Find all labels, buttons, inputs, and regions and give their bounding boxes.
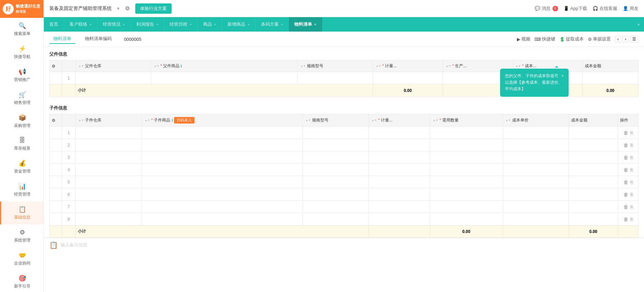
child-row3-spec[interactable]	[302, 151, 369, 164]
sidebar-item-collab[interactable]: 🤝 企业协同	[0, 247, 44, 270]
copy-icon[interactable]: ⎘	[630, 167, 633, 173]
child-row8-goods[interactable]	[142, 213, 303, 225]
delete-icon[interactable]: 🗑	[623, 130, 628, 136]
child-row2-goods[interactable]	[142, 139, 303, 151]
child-row1-goods[interactable]	[142, 127, 303, 139]
tab-history-close[interactable]: ×	[189, 22, 191, 26]
delete-icon[interactable]: 🗑	[623, 167, 628, 173]
child-row8-warehouse[interactable]	[76, 213, 142, 225]
child-row3-qty[interactable]	[430, 151, 503, 164]
next-page-button[interactable]: ›	[622, 36, 629, 43]
settings-icon[interactable]: ⚙	[125, 5, 130, 12]
dropdown-arrow-icon[interactable]: ▾	[117, 6, 120, 11]
user-avatar[interactable]: 👤 用友	[623, 5, 639, 12]
sidebar-item-marketing[interactable]: 📢 营销推广	[0, 64, 44, 87]
child-row5-warehouse[interactable]	[76, 176, 142, 188]
child-row6-cost-price[interactable]	[503, 188, 569, 201]
child-row4-goods[interactable]	[142, 164, 303, 176]
delete-icon[interactable]: 🗑	[623, 142, 628, 148]
tab-bom-close[interactable]: ×	[314, 22, 316, 26]
delete-icon[interactable]: 🗑	[623, 192, 628, 197]
copy-icon[interactable]: ⎘	[630, 142, 633, 148]
child-row3-unit[interactable]	[369, 151, 430, 164]
tab-bom[interactable]: 物料清单 ×	[289, 17, 322, 32]
child-row4-unit[interactable]	[369, 164, 430, 176]
sub-tab-bom[interactable]: 物料清单	[49, 34, 75, 44]
delete-icon[interactable]: 🗑	[623, 204, 628, 210]
child-row7-spec[interactable]	[302, 201, 369, 213]
sub-tab-bom-code[interactable]: 物料清单编码	[81, 34, 116, 44]
child-row2-warehouse[interactable]	[76, 139, 142, 151]
child-row7-cost-price[interactable]	[503, 201, 569, 213]
online-support-button[interactable]: 🎧 在线客服	[593, 5, 617, 12]
child-row4-qty[interactable]	[430, 164, 503, 176]
child-row5-cost-price[interactable]	[503, 176, 569, 188]
tab-profit-close[interactable]: ×	[156, 22, 158, 26]
tab-operations-close[interactable]: ×	[123, 22, 125, 26]
child-row1-cost-price[interactable]	[503, 127, 569, 139]
parent-row1-warehouse[interactable]	[76, 72, 151, 84]
child-row2-spec[interactable]	[302, 139, 369, 151]
sidebar-item-quicknav[interactable]: ⚡ 快捷导航	[0, 41, 44, 64]
trial-button[interactable]: 体验行业方案	[135, 3, 172, 14]
delete-icon[interactable]: 🗑	[623, 155, 628, 160]
child-row6-warehouse[interactable]	[76, 188, 142, 201]
child-row8-qty[interactable]	[430, 213, 503, 225]
child-row4-cost-price[interactable]	[503, 164, 569, 176]
child-row7-unit[interactable]	[369, 201, 430, 213]
delete-icon[interactable]: 🗑	[623, 217, 628, 222]
tab-operations[interactable]: 经营情况 ×	[97, 17, 131, 32]
tab-newgoods[interactable]: 新增商品 ×	[222, 17, 255, 32]
tab-customers[interactable]: 客户联络 ×	[64, 17, 97, 32]
single-settings-button[interactable]: ⚙ 单据设置	[588, 36, 611, 42]
child-row3-warehouse[interactable]	[76, 151, 142, 164]
tab-newgoods-close[interactable]: ×	[247, 22, 249, 26]
scan-input-button[interactable]: 扫码录入	[174, 117, 195, 124]
sidebar-item-guide[interactable]: 🎯 新手引导	[0, 270, 44, 292]
child-row2-qty[interactable]	[430, 139, 503, 151]
child-row3-goods[interactable]	[142, 151, 303, 164]
sidebar-item-operations[interactable]: 📊 经营管理	[0, 178, 44, 201]
copy-icon[interactable]: ⎘	[630, 217, 633, 222]
tab-customers-close[interactable]: ×	[89, 22, 91, 26]
child-row2-cost-price[interactable]	[503, 139, 569, 151]
parent-row1-goods[interactable]	[151, 72, 297, 84]
child-row6-spec[interactable]	[302, 188, 369, 201]
copy-icon[interactable]: ⎘	[630, 204, 633, 210]
tab-goods[interactable]: 商品 ×	[198, 17, 222, 32]
tab-home[interactable]: 首页	[44, 17, 64, 32]
child-row6-goods[interactable]	[142, 188, 303, 201]
copy-icon[interactable]: ⎘	[630, 130, 633, 136]
child-row8-unit[interactable]	[369, 213, 430, 225]
parent-col-settings[interactable]: ⚙	[50, 60, 62, 72]
child-row8-spec[interactable]	[302, 213, 369, 225]
sidebar-item-basic[interactable]: 📋 基础信息	[0, 201, 44, 224]
copy-icon[interactable]: ⎘	[630, 179, 633, 185]
child-row3-cost-price[interactable]	[503, 151, 569, 164]
parent-row1-unit[interactable]	[373, 72, 443, 84]
sidebar-item-purchase[interactable]: 📦 采购管理	[0, 110, 44, 133]
sidebar-item-sales[interactable]: 🛒 销售管理	[0, 87, 44, 110]
copy-icon[interactable]: ⎘	[630, 155, 633, 160]
close-all-tabs[interactable]: ×	[633, 18, 644, 31]
child-row5-unit[interactable]	[369, 176, 430, 188]
tab-goods-close[interactable]: ×	[214, 22, 216, 26]
tab-profit[interactable]: 利润报告 ×	[131, 17, 164, 32]
child-row7-qty[interactable]	[430, 201, 503, 213]
delete-icon[interactable]: 🗑	[623, 179, 628, 185]
sidebar-item-inventory[interactable]: 🗄 库存核算	[0, 133, 44, 155]
child-row5-spec[interactable]	[302, 176, 369, 188]
app-download-button[interactable]: 📱 App下载	[564, 5, 587, 12]
child-row1-unit[interactable]	[369, 127, 430, 139]
tooltip-close-button[interactable]: ×	[561, 73, 564, 79]
tab-history[interactable]: 经营历程 ×	[164, 17, 197, 32]
child-row2-unit[interactable]	[369, 139, 430, 151]
child-row6-qty[interactable]	[430, 188, 503, 201]
child-col-settings[interactable]: ⚙	[50, 114, 62, 127]
child-row7-warehouse[interactable]	[76, 201, 142, 213]
child-row1-spec[interactable]	[302, 127, 369, 139]
message-button[interactable]: 💬 消息 6	[535, 5, 558, 12]
child-row1-qty[interactable]	[430, 127, 503, 139]
sidebar-item-search[interactable]: 🔍 搜索菜单	[0, 18, 44, 41]
sidebar-item-finance[interactable]: 💰 资金管理	[0, 155, 44, 178]
